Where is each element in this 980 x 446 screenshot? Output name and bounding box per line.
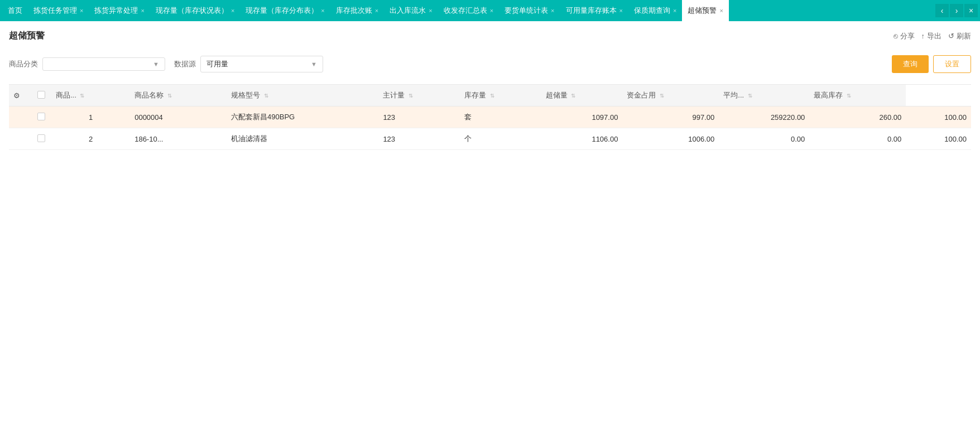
nav-freight-abnormal-label: 拣货异常处理 — [94, 6, 138, 16]
row-checkbox[interactable] — [37, 134, 45, 142]
col-spec-label: 规格型号 — [231, 91, 260, 99]
row-avg: 260.00 — [809, 106, 906, 128]
nav-overstock-warning-close[interactable]: × — [719, 7, 723, 14]
nav-home[interactable]: 首页 — [2, 0, 28, 21]
nav-overstock-warning-label: 超储预警 — [688, 6, 717, 16]
filter-bar: 商品分类 ▼ 数据源 可用量 ▼ 查询 设置 — [9, 51, 971, 77]
nav-inout-flow[interactable]: 出入库流水 × — [384, 0, 438, 21]
datasource-label: 数据源 — [174, 59, 196, 69]
col-unit-label: 主计量 — [383, 91, 405, 99]
col-overstock-sort-icon: ⇅ — [571, 93, 575, 99]
col-header-unit[interactable]: 主计量 ⇅ — [378, 85, 460, 106]
col-code-label: 商品... — [56, 91, 76, 99]
nav-inventory-batch-close[interactable]: × — [375, 7, 378, 14]
category-filter: 商品分类 ▼ — [9, 57, 165, 71]
col-capital-label: 资金占用 — [627, 91, 656, 99]
col-overstock-label: 超储量 — [546, 91, 568, 99]
nav-inventory-dist[interactable]: 现存量（库存分布表） × — [240, 0, 330, 21]
main-content: 超储预警 ⎋ 分享 ↑ 导出 ↺ 刷新 商品分类 ▼ 数据源 — [0, 21, 980, 446]
col-max-stock-sort-icon: ⇅ — [847, 93, 851, 99]
export-icon: ↑ — [921, 32, 925, 40]
col-header-stock[interactable]: 库存量 ⇅ — [460, 85, 541, 106]
col-stock-label: 库存量 — [464, 91, 486, 99]
row-capital: 0.00 — [719, 128, 809, 150]
gear-settings-icon[interactable]: ⚙ — [13, 91, 20, 100]
col-header-name[interactable]: 商品名称 ⇅ — [130, 85, 227, 106]
nav-inout-flow-label: 出入库流水 — [390, 6, 426, 16]
settings-button[interactable]: 设置 — [933, 55, 971, 73]
row-checkbox[interactable] — [37, 113, 45, 120]
top-navigation: 首页 拣货任务管理 × 拣货异常处理 × 现存量（库存状况表） × 现存量（库存… — [0, 0, 980, 21]
nav-inventory-batch[interactable]: 库存批次账 × — [330, 0, 384, 21]
export-button[interactable]: ↑ 导出 — [921, 31, 942, 41]
row-unit: 个 — [460, 128, 541, 150]
col-header-code[interactable]: 商品... ⇅ — [51, 85, 130, 106]
category-label: 商品分类 — [9, 59, 38, 69]
nav-order-stat-close[interactable]: × — [551, 7, 554, 14]
nav-order-stat[interactable]: 要货单统计表 × — [499, 0, 560, 21]
nav-freight-abnormal-close[interactable]: × — [141, 7, 144, 14]
nav-close-button[interactable]: × — [964, 4, 978, 17]
row-name: 六配套新昌490BPG — [227, 106, 378, 128]
nav-home-label: 首页 — [8, 6, 22, 16]
nav-inventory-dist-close[interactable]: × — [321, 7, 324, 14]
col-header-max-stock[interactable]: 最高库存 ⇅ — [809, 85, 906, 106]
nav-prev-button[interactable]: ‹ — [935, 4, 949, 17]
nav-inventory-status-close[interactable]: × — [231, 7, 234, 14]
nav-collect-summary-close[interactable]: × — [490, 7, 493, 14]
row-max-stock: 100.00 — [906, 128, 971, 150]
col-stock-sort-icon: ⇅ — [490, 93, 494, 99]
col-spec-sort-icon: ⇅ — [264, 93, 268, 99]
header-actions: ⎋ 分享 ↑ 导出 ↺ 刷新 — [893, 31, 972, 41]
nav-available-inventory-close[interactable]: × — [619, 7, 623, 14]
export-label: 导出 — [927, 31, 941, 41]
row-unit: 套 — [460, 106, 541, 128]
nav-freight-task-label: 拣货任务管理 — [33, 6, 77, 16]
category-select[interactable]: ▼ — [42, 57, 165, 71]
refresh-button[interactable]: ↺ 刷新 — [948, 31, 971, 41]
row-checkbox-cell — [31, 106, 51, 128]
row-code: 186-10... — [130, 128, 227, 150]
col-header-capital[interactable]: 资金占用 ⇅ — [622, 85, 719, 106]
row-gear-cell — [9, 128, 31, 150]
table-header-row: ⚙ 商品... ⇅ 商品名称 ⇅ 规格型号 ⇅ 主计量 — [9, 85, 971, 106]
row-gear-cell — [9, 106, 31, 128]
nav-inventory-dist-label: 现存量（库存分布表） — [246, 6, 318, 16]
nav-overstock-warning[interactable]: 超储预警 × — [682, 0, 728, 21]
row-stock: 1106.00 — [541, 128, 623, 150]
nav-quality-check-close[interactable]: × — [673, 7, 676, 14]
row-stock: 1097.00 — [541, 106, 623, 128]
nav-quality-check[interactable]: 保质期查询 × — [628, 0, 682, 21]
col-name-sort-icon: ⇅ — [167, 93, 172, 99]
share-label: 分享 — [900, 31, 915, 41]
row-avg: 0.00 — [809, 128, 906, 150]
nav-next-button[interactable]: › — [950, 4, 963, 17]
datasource-select[interactable]: 可用量 ▼ — [200, 56, 323, 72]
nav-inout-flow-close[interactable]: × — [429, 7, 432, 14]
nav-inventory-batch-label: 库存批次账 — [336, 6, 372, 16]
nav-inventory-status-label: 现存量（库存状况表） — [156, 6, 228, 16]
nav-freight-task[interactable]: 拣货任务管理 × — [28, 0, 89, 21]
row-code: 0000004 — [130, 106, 227, 128]
nav-freight-task-close[interactable]: × — [80, 7, 83, 14]
nav-available-inventory[interactable]: 可用量库存账本 × — [560, 0, 628, 21]
col-avg-label: 平均... — [723, 91, 744, 99]
col-header-overstock[interactable]: 超储量 ⇅ — [541, 85, 623, 106]
query-button[interactable]: 查询 — [892, 55, 929, 73]
col-header-spec[interactable]: 规格型号 ⇅ — [227, 85, 378, 106]
row-index: 1 — [51, 106, 130, 128]
datasource-filter: 数据源 可用量 ▼ — [174, 56, 323, 72]
page-header: 超储预警 ⎋ 分享 ↑ 导出 ↺ 刷新 — [9, 30, 971, 42]
nav-arrows: ‹ › × — [935, 4, 978, 17]
select-all-checkbox[interactable] — [37, 91, 45, 99]
nav-available-inventory-label: 可用量库存账本 — [566, 6, 617, 16]
nav-collect-summary[interactable]: 收发存汇总表 × — [438, 0, 499, 21]
nav-order-stat-label: 要货单统计表 — [505, 6, 548, 16]
nav-freight-abnormal[interactable]: 拣货异常处理 × — [89, 0, 150, 21]
row-checkbox-cell — [31, 128, 51, 150]
nav-inventory-status[interactable]: 现存量（库存状况表） × — [150, 0, 240, 21]
col-header-gear: ⚙ — [9, 85, 31, 106]
col-header-avg[interactable]: 平均... ⇅ — [719, 85, 809, 106]
table-row: 1 0000004 六配套新昌490BPG 123 套 1097.00 997.… — [9, 106, 971, 128]
share-button[interactable]: ⎋ 分享 — [893, 31, 915, 41]
